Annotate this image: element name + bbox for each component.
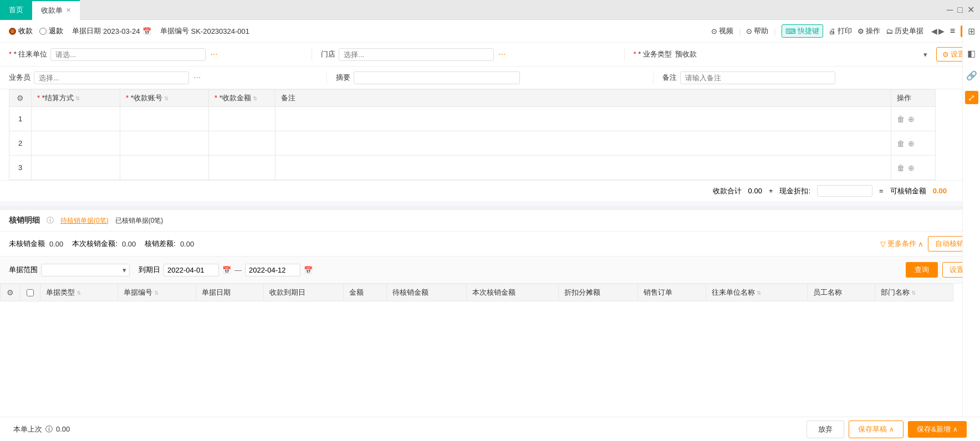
- counterpart-more-btn[interactable]: ···: [209, 49, 218, 59]
- row-1-amount[interactable]: [209, 107, 275, 131]
- bth-dept: 部门名称 ⇅: [875, 284, 953, 301]
- account-sort-icon[interactable]: ⇅: [164, 95, 169, 101]
- radio-receipt[interactable]: 收款: [9, 26, 33, 36]
- calendar-from-icon[interactable]: 📅: [222, 266, 231, 274]
- row-3-amount[interactable]: [209, 156, 275, 180]
- bth-doc-date: 单据日期: [196, 284, 263, 301]
- row-2-copy-icon[interactable]: ⊕: [908, 139, 915, 148]
- maximize-btn[interactable]: □: [957, 5, 963, 15]
- summary-discount-input[interactable]: [817, 185, 872, 197]
- prev-arrow[interactable]: ◀: [931, 27, 937, 35]
- query-btn[interactable]: 查询: [906, 262, 938, 278]
- row-1-settle[interactable]: [32, 107, 120, 131]
- nav-arrows: ◀ ▶: [931, 27, 945, 35]
- next-arrow[interactable]: ▶: [938, 27, 945, 35]
- select-all-checkbox[interactable]: [27, 289, 34, 296]
- carry-forward-info-icon[interactable]: ⓘ: [45, 424, 53, 434]
- side-expand-icon[interactable]: ⤢: [965, 91, 978, 104]
- dept-sort[interactable]: ⇅: [911, 290, 916, 296]
- amount-sort-icon[interactable]: ⇅: [253, 95, 257, 101]
- row-1-no: 1: [9, 107, 32, 131]
- verified-tab-link[interactable]: 已核销单据(0笔): [115, 216, 164, 225]
- row-1-delete-icon[interactable]: 🗑: [897, 115, 905, 124]
- row-3-settle[interactable]: [32, 156, 120, 180]
- filter-icon: ▽: [880, 240, 886, 248]
- calendar-to-icon[interactable]: 📅: [304, 266, 313, 274]
- side-document-icon[interactable]: ◧: [965, 47, 978, 60]
- counterpart-sort[interactable]: ⇅: [757, 290, 761, 296]
- store-input[interactable]: [339, 48, 494, 61]
- row-3-remark[interactable]: [275, 156, 891, 180]
- doc-no-sort[interactable]: ⇅: [154, 290, 159, 296]
- salesperson-more-btn[interactable]: ···: [192, 73, 202, 83]
- abandon-btn[interactable]: 放弃: [807, 421, 844, 438]
- doc-num-field: 单据编号 SK-20230324-001: [160, 26, 250, 36]
- calendar-icon[interactable]: 📅: [142, 27, 151, 35]
- date-label: 单据日期: [72, 26, 101, 36]
- radio-receipt-input[interactable]: [9, 28, 16, 35]
- toolbar-shortcut[interactable]: ⌨ 快捷键: [782, 24, 823, 38]
- toolbar-video[interactable]: ⊙ 视频: [711, 26, 733, 36]
- query-actions: 查询 设置: [906, 262, 971, 278]
- doc-type-sort[interactable]: ⇅: [76, 290, 81, 296]
- summary-input[interactable]: [354, 71, 520, 84]
- salesperson-label: 业务员: [9, 73, 30, 83]
- side-table-icon[interactable]: ⊞: [965, 24, 978, 38]
- draft-btn[interactable]: 保存草稿 ∧: [849, 421, 904, 438]
- main-table: ⚙ *结算方式 ⇅ *收款账号 ⇅: [9, 89, 936, 180]
- toolbar-print[interactable]: 🖨 打印: [829, 26, 852, 36]
- bth-discount: 折扣分摊额: [558, 284, 638, 301]
- range-select-wrapper: [41, 264, 130, 276]
- row-3-account[interactable]: [120, 156, 209, 180]
- row-2-no: 2: [9, 131, 32, 156]
- counterpart-input[interactable]: [50, 48, 206, 61]
- more-conditions-btn[interactable]: ▽ 更多条件 ∧: [880, 239, 923, 249]
- column-settings-icon[interactable]: ⚙: [15, 94, 25, 102]
- toolbar-operations[interactable]: ⚙ 操作: [858, 26, 880, 36]
- store-field: 门店 ···: [321, 48, 615, 61]
- summary-total-value: 0.00: [748, 187, 762, 195]
- draft-btn-arrow: ∧: [889, 425, 894, 433]
- tab-receipt-close[interactable]: ✕: [66, 7, 71, 14]
- collapse-icon: ∧: [918, 240, 923, 248]
- side-link-icon[interactable]: 🔗: [965, 69, 978, 82]
- list-view-icon[interactable]: ≡: [950, 26, 955, 36]
- salesperson-input[interactable]: [34, 71, 189, 84]
- minimize-btn[interactable]: ─: [947, 5, 953, 15]
- side-panel: ⊞ ◧ 🔗 ⤢: [962, 20, 980, 441]
- settle-sort-icon[interactable]: ⇅: [75, 95, 80, 101]
- save-btn[interactable]: 保存&新增 ∧: [908, 421, 967, 438]
- bottom-column-settings-icon[interactable]: ⚙: [6, 288, 14, 297]
- row-3-delete-icon[interactable]: 🗑: [897, 163, 905, 172]
- unchecked-value: 0.00: [49, 240, 63, 248]
- due-date-to[interactable]: [245, 264, 300, 276]
- toolbar-help[interactable]: ⊙ 帮助: [746, 26, 768, 36]
- pending-tab-link[interactable]: 待核销单据(0笔): [60, 216, 109, 225]
- range-select[interactable]: [41, 264, 130, 276]
- due-date-from[interactable]: [164, 264, 219, 276]
- row-2-remark[interactable]: [275, 131, 891, 156]
- row-2-account[interactable]: [120, 131, 209, 156]
- remark-field: 备注: [662, 71, 971, 84]
- tab-receipt[interactable]: 收款单 ✕: [32, 0, 80, 20]
- row-2-delete-icon[interactable]: 🗑: [897, 139, 905, 148]
- row-1-remark[interactable]: [275, 107, 891, 131]
- biz-type-dropdown[interactable]: ▾: [923, 50, 927, 59]
- bth-employee-label: 员工名称: [813, 288, 842, 296]
- store-more-btn[interactable]: ···: [497, 49, 507, 59]
- section-divider: [0, 201, 980, 206]
- row-1-copy-icon[interactable]: ⊕: [908, 115, 915, 124]
- row-2-settle[interactable]: [32, 131, 120, 156]
- toolbar-history[interactable]: 🗂 历史单据: [886, 26, 923, 36]
- tab-home[interactable]: 首页: [0, 0, 32, 20]
- row-2-amount[interactable]: [209, 131, 275, 156]
- radio-refund[interactable]: 退款: [39, 26, 63, 36]
- radio-refund-input[interactable]: [39, 28, 47, 35]
- row-3-copy-icon[interactable]: ⊕: [908, 163, 915, 172]
- bth-doc-type-label: 单据类型: [46, 288, 75, 298]
- remark-input[interactable]: [680, 71, 835, 84]
- row-1-account[interactable]: [120, 107, 209, 131]
- close-btn[interactable]: ✕: [967, 4, 974, 15]
- sep-2: [624, 48, 625, 61]
- verify-info-icon[interactable]: ⓘ: [47, 216, 54, 225]
